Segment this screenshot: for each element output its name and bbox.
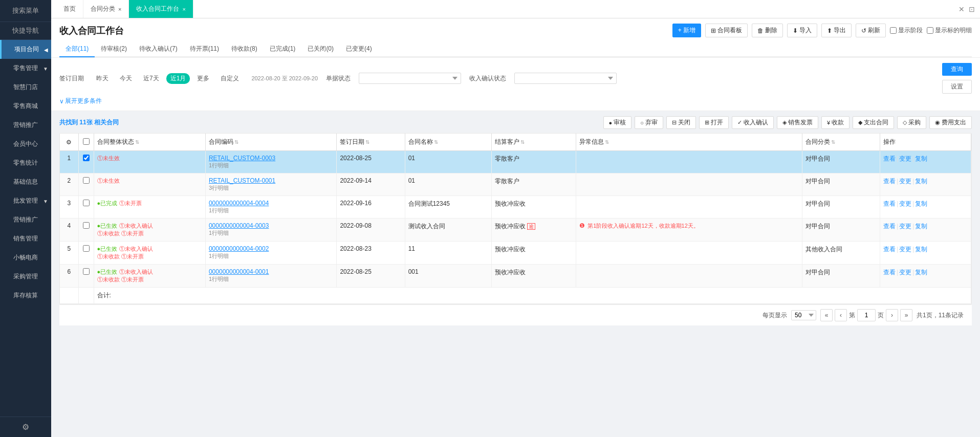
- filter-date-1month[interactable]: 近1月: [166, 73, 190, 84]
- view-link[interactable]: 查看: [883, 178, 896, 185]
- row-checkbox[interactable]: [83, 200, 90, 206]
- contract-code-link[interactable]: 0000000000004-0002: [209, 245, 269, 252]
- show-stages-checkbox[interactable]: 显示阶段: [890, 26, 923, 35]
- copy-link[interactable]: 复制: [915, 178, 927, 185]
- row-checkbox[interactable]: [83, 222, 90, 229]
- th-overall-status[interactable]: 合同整体状态⇅: [94, 134, 205, 151]
- filter-date-today[interactable]: 今天: [116, 73, 136, 84]
- change-link[interactable]: 变更: [899, 223, 911, 230]
- sidebar-item-retail-stat[interactable]: 零售统计: [0, 154, 51, 172]
- row-checkbox[interactable]: [83, 177, 90, 184]
- sidebar-item-wholesale-mgmt[interactable]: 批发管理 ▼: [0, 191, 51, 210]
- close-icon[interactable]: ×: [118, 6, 121, 12]
- abandon-button[interactable]: ○ 弃审: [635, 116, 663, 129]
- open-button[interactable]: ⊞ 打开: [699, 116, 729, 129]
- filter-tab-closed[interactable]: 已关闭(0): [301, 41, 340, 57]
- contract-code-link[interactable]: 0000000000004-0004: [209, 200, 269, 207]
- change-link[interactable]: 变更: [899, 246, 911, 253]
- sidebar-item-sales-mgmt[interactable]: 销售管理: [0, 229, 51, 248]
- receipt-button[interactable]: ¥ 收款: [821, 116, 850, 129]
- contract-code-link[interactable]: 0000000000004-0001: [209, 268, 269, 275]
- fee-out-button[interactable]: ◉ 费用支出: [929, 116, 972, 129]
- change-link[interactable]: 变更: [899, 269, 911, 276]
- change-link[interactable]: 变更: [899, 155, 911, 162]
- th-abnormal-info[interactable]: 异常信息⇅: [576, 134, 802, 151]
- th-contract-name[interactable]: 合同名称⇅: [405, 134, 491, 151]
- sidebar-item-project[interactable]: 项目合同 ◀: [0, 40, 51, 59]
- income-confirm-button[interactable]: ✓ 收入确认: [732, 116, 774, 129]
- doc-status-select[interactable]: [359, 73, 461, 84]
- sales-invoice-button[interactable]: ◈ 销售发票: [777, 116, 818, 129]
- last-page-button[interactable]: »: [900, 309, 912, 321]
- gear-icon[interactable]: ⚙: [22, 423, 29, 431]
- first-page-button[interactable]: «: [820, 309, 833, 321]
- settings-icon[interactable]: ⚙: [66, 139, 72, 146]
- new-button[interactable]: + 新增: [672, 24, 701, 37]
- page-size-select[interactable]: 50 10 20 100: [791, 310, 816, 320]
- audit-button[interactable]: ● 审核: [603, 116, 632, 129]
- sidebar-search[interactable]: 搜索菜单: [0, 0, 51, 22]
- change-link[interactable]: 变更: [899, 200, 911, 207]
- copy-link[interactable]: 复制: [915, 155, 927, 162]
- close-button[interactable]: ⊟ 关闭: [666, 116, 696, 129]
- contract-code-link[interactable]: RETAIL_CUSTOM-0001: [209, 177, 275, 184]
- tab-contract-cat[interactable]: 合同分类 ×: [83, 0, 129, 18]
- filter-tab-pending-review[interactable]: 待审核(2): [95, 41, 133, 57]
- th-settings[interactable]: ⚙: [60, 134, 78, 151]
- sidebar-item-inventory[interactable]: 库存核算: [0, 286, 51, 305]
- show-details-input[interactable]: [927, 27, 933, 34]
- view-link[interactable]: 查看: [883, 223, 896, 230]
- th-contract-category[interactable]: 合同分类⇅: [802, 134, 880, 151]
- filter-date-yesterday[interactable]: 昨天: [92, 73, 113, 84]
- contract-board-button[interactable]: ⊞ 合同看板: [705, 24, 748, 37]
- filter-date-7days[interactable]: 近7天: [139, 73, 163, 84]
- change-link[interactable]: 变更: [899, 178, 911, 185]
- copy-link[interactable]: 复制: [915, 269, 927, 276]
- view-link[interactable]: 查看: [883, 200, 896, 207]
- query-button[interactable]: 查询: [942, 63, 972, 76]
- view-link[interactable]: 查看: [883, 269, 896, 276]
- sidebar-item-base-info[interactable]: 基础信息: [0, 172, 51, 191]
- filter-tab-pending-invoice[interactable]: 待开票(11): [184, 41, 225, 57]
- view-link[interactable]: 查看: [883, 246, 896, 253]
- export-button[interactable]: ⬆ 导出: [821, 24, 852, 37]
- page-input[interactable]: [857, 309, 876, 321]
- close-all-icon[interactable]: ✕: [959, 5, 965, 13]
- contract-code-link[interactable]: RETAIL_CUSTOM-0003: [209, 155, 275, 162]
- sidebar-item-retail-mall[interactable]: 零售商城: [0, 97, 51, 116]
- select-all-checkbox[interactable]: [83, 138, 90, 145]
- th-settlement-customer[interactable]: 结算客户⇅: [491, 134, 576, 151]
- import-button[interactable]: ⬇ 导入: [787, 24, 817, 37]
- close-icon[interactable]: ×: [182, 6, 185, 12]
- th-sign-date[interactable]: 签订日期⇅: [337, 134, 405, 151]
- filter-tab-changed[interactable]: 已变更(4): [340, 41, 378, 57]
- copy-link[interactable]: 复制: [915, 246, 927, 253]
- delete-button[interactable]: 🗑 删除: [752, 24, 783, 37]
- row-checkbox[interactable]: [83, 155, 90, 161]
- filter-tab-pending-income-confirm[interactable]: 待收入确认(7): [133, 41, 184, 57]
- expand-more-button[interactable]: ∨ 展开更多条件: [59, 97, 972, 105]
- prev-page-button[interactable]: ‹: [835, 309, 847, 321]
- filter-tab-all[interactable]: 全部(11): [59, 41, 95, 57]
- sidebar-item-member[interactable]: 会员中心: [0, 135, 51, 154]
- tab-home[interactable]: 首页: [56, 0, 83, 18]
- tab-income-workbench[interactable]: 收入合同工作台 ×: [129, 0, 193, 18]
- setting-button[interactable]: 设置: [942, 80, 972, 94]
- maximize-icon[interactable]: ⊡: [969, 5, 975, 13]
- filter-date-more[interactable]: 更多: [193, 73, 213, 84]
- purchase-button[interactable]: ◇ 采购: [897, 116, 926, 129]
- sidebar-quick-nav[interactable]: 快捷导航: [0, 22, 51, 40]
- row-checkbox[interactable]: [83, 245, 90, 252]
- sidebar-item-purchase-mgmt[interactable]: 采购管理: [0, 267, 51, 286]
- income-confirm-select[interactable]: [514, 73, 617, 84]
- copy-link[interactable]: 复制: [915, 200, 927, 207]
- refresh-button[interactable]: ↺ 刷新: [856, 24, 886, 37]
- th-contract-code[interactable]: 合同编码⇅: [205, 134, 337, 151]
- next-page-button[interactable]: ›: [886, 309, 898, 321]
- sidebar-item-smart-store[interactable]: 智慧门店: [0, 78, 51, 97]
- sidebar-item-marketing2[interactable]: 营销推广: [0, 210, 51, 229]
- show-stages-input[interactable]: [890, 27, 897, 34]
- row-checkbox[interactable]: [83, 268, 90, 275]
- sidebar-item-marketing[interactable]: 营销推广: [0, 116, 51, 135]
- copy-link[interactable]: 复制: [915, 223, 927, 230]
